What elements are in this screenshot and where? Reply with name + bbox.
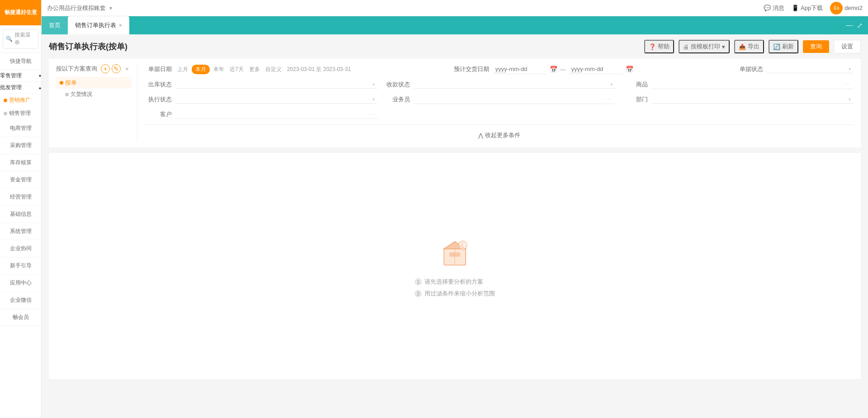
chevron-icon: ▾ bbox=[39, 73, 41, 78]
page-title: 销售订单执行表(按单) bbox=[49, 41, 127, 52]
plan-sub-item-shortage[interactable]: 欠货情况 bbox=[56, 89, 132, 100]
search-panel: 按以下方案查询 + ✎ « 按单 bbox=[49, 59, 861, 147]
wholesale-children: 营销推广 销售管理 bbox=[0, 94, 41, 120]
exec-status-label: 执行状态 bbox=[145, 95, 172, 104]
search-row-3: 执行状态 ▾ 业务员 ··· bbox=[145, 95, 854, 104]
expected-date-from[interactable] bbox=[493, 64, 547, 74]
sidebar-item-inventory[interactable]: 库存核算 bbox=[0, 154, 41, 171]
collect-status-arrow: ▾ bbox=[610, 82, 613, 87]
last-month-tab[interactable]: 上月 bbox=[175, 65, 190, 74]
svg-text:!: ! bbox=[462, 242, 463, 247]
customer-more-btn[interactable]: ··· bbox=[368, 111, 376, 117]
sidebar-item-ecommerce[interactable]: 电商管理 bbox=[0, 120, 41, 137]
out-status-label: 出库状态 bbox=[145, 81, 172, 89]
sidebar-item-wholesale[interactable]: 批发管理 ▴ bbox=[0, 82, 41, 94]
export-button[interactable]: 📤 导出 bbox=[734, 40, 764, 53]
add-plan-button[interactable]: + bbox=[101, 64, 110, 73]
settings-button[interactable]: 设置 bbox=[834, 40, 861, 53]
current-month-tab[interactable]: 本月 bbox=[192, 65, 210, 74]
help-button[interactable]: ❓ 帮助 bbox=[644, 40, 674, 53]
last-7days-tab[interactable]: 近7天 bbox=[228, 65, 245, 74]
logo-text: 畅捷通好生意 bbox=[5, 9, 37, 16]
dept-arrow: ▾ bbox=[849, 97, 851, 102]
download-icon: 📱 bbox=[792, 5, 799, 11]
sidebar-item-operation[interactable]: 经营管理 bbox=[0, 189, 41, 206]
help-icon: ❓ bbox=[649, 43, 656, 50]
page-content: 销售订单执行表(按单) ❓ 帮助 🖨 按模板打印 ▾ 📤 导出 🔄 刷新 bbox=[42, 34, 868, 418]
date-range-text: 2023-03-01 至 2023-03-31 bbox=[287, 66, 351, 73]
collect-status-label: 收款状态 bbox=[383, 81, 410, 89]
message-icon: 💬 bbox=[764, 5, 771, 11]
exec-status-field: 执行状态 ▾ bbox=[145, 95, 377, 104]
search-panel-body: 按以下方案查询 + ✎ « 按单 bbox=[56, 64, 854, 142]
search-menu-button[interactable]: 🔍 搜索菜单 bbox=[3, 29, 38, 49]
print-button[interactable]: 🖨 按模板打印 ▾ bbox=[679, 40, 730, 53]
out-status-arrow: ▾ bbox=[373, 82, 375, 87]
sidebar-search[interactable]: 🔍 搜索菜单 bbox=[0, 25, 41, 53]
sidebar-item-basic[interactable]: 基础信息 bbox=[0, 206, 41, 223]
current-year-tab[interactable]: 本年 bbox=[212, 65, 226, 74]
sub-plan-dot bbox=[65, 93, 69, 96]
expected-date-to[interactable] bbox=[569, 64, 623, 74]
custom-tab[interactable]: 自定义 bbox=[264, 65, 283, 74]
collapse-button[interactable]: ⋀ 收起更多条件 bbox=[145, 128, 854, 142]
topbar: 办公用品行业模拟账套 ▾ 💬 消息 📱 App下载 Ea demo2 bbox=[42, 0, 868, 16]
sidebar-item-newuser[interactable]: 新手引导 bbox=[0, 257, 41, 275]
refresh-button[interactable]: 🔄 刷新 bbox=[769, 40, 798, 53]
exec-status-arrow: ▾ bbox=[373, 97, 375, 102]
page-actions: ❓ 帮助 🖨 按模板打印 ▾ 📤 导出 🔄 刷新 查询 bbox=[644, 40, 861, 53]
tab-active[interactable]: 销售订单执行表 × bbox=[68, 16, 129, 34]
exec-status-select[interactable]: ▾ bbox=[175, 95, 377, 104]
collect-status-select[interactable]: ▾ bbox=[414, 81, 616, 89]
expand-icon[interactable]: ⤢ bbox=[857, 21, 863, 30]
tip-num-1: 1 bbox=[415, 278, 422, 285]
message-action[interactable]: 💬 消息 bbox=[764, 4, 784, 12]
status-select[interactable]: ▾ bbox=[767, 65, 854, 73]
cal-icon-from[interactable]: 📅 bbox=[550, 66, 557, 73]
collect-status-field: 收款状态 ▾ bbox=[383, 81, 616, 89]
sidebar-sub-item-sales[interactable]: 销售管理 bbox=[2, 107, 41, 120]
query-button[interactable]: 查询 bbox=[803, 40, 829, 53]
expected-date-label: 预计交货日期 bbox=[454, 65, 489, 73]
svg-rect-3 bbox=[449, 252, 460, 257]
dept-label: 部门 bbox=[621, 95, 648, 104]
app-logo: 畅捷通好生意 bbox=[0, 0, 41, 25]
sidebar-item-quick-nav[interactable]: 快捷导航 bbox=[0, 53, 41, 70]
cal-icon-to[interactable]: 📅 bbox=[626, 66, 633, 73]
app-download-action[interactable]: 📱 App下载 bbox=[792, 4, 823, 12]
empty-state: ! 1 请先选择要分析的方案 2 用过滤条件来缩小分析范围 bbox=[415, 234, 495, 298]
sidebar-section-wholesale: 批发管理 ▴ 营销推广 销售管理 bbox=[0, 82, 41, 120]
sidebar-item-system[interactable]: 系统管理 bbox=[0, 223, 41, 240]
edit-plan-button[interactable]: ✎ bbox=[112, 64, 121, 73]
sidebar-item-finance[interactable]: 资金管理 bbox=[0, 171, 41, 189]
sidebar-item-retail[interactable]: 零售管理 ▾ bbox=[0, 70, 41, 82]
sidebar-item-purchase[interactable]: 采购管理 bbox=[0, 137, 41, 154]
minimize-icon[interactable]: — bbox=[846, 21, 853, 29]
main-area: 办公用品行业模拟账套 ▾ 💬 消息 📱 App下载 Ea demo2 首页 bbox=[42, 0, 868, 418]
collapse-plan-button[interactable]: « bbox=[123, 64, 132, 73]
plan-item-by-order[interactable]: 按单 bbox=[56, 77, 132, 89]
dept-field: 部门 ▾ bbox=[621, 95, 854, 104]
more-tab[interactable]: 更多 bbox=[247, 65, 262, 74]
active-plan-dot bbox=[60, 81, 63, 85]
salesperson-field: 业务员 ··· bbox=[383, 95, 616, 104]
sidebar: 畅捷通好生意 🔍 搜索菜单 快捷导航 零售管理 ▾ 批发管理 ▴ 营销推广 bbox=[0, 0, 42, 418]
goods-more-btn[interactable]: ··· bbox=[844, 81, 851, 87]
out-status-field: 出库状态 ▾ bbox=[145, 81, 377, 89]
sidebar-item-wechat[interactable]: 企业微信 bbox=[0, 292, 41, 309]
sidebar-item-appcenter[interactable]: 应用中心 bbox=[0, 275, 41, 292]
sidebar-item-member[interactable]: 畅会员 bbox=[0, 309, 41, 326]
tab-close-icon[interactable]: × bbox=[119, 22, 122, 28]
date-separator: — bbox=[560, 66, 566, 73]
sidebar-item-enterprise[interactable]: 企业协同 bbox=[0, 240, 41, 257]
salesperson-label: 业务员 bbox=[383, 95, 410, 104]
tab-home[interactable]: 首页 bbox=[42, 16, 68, 34]
empty-tip-2: 2 用过滤条件来缩小分析范围 bbox=[415, 290, 495, 298]
user-profile[interactable]: Ea demo2 bbox=[830, 2, 863, 14]
sidebar-sub-item-marketing[interactable]: 营销推广 bbox=[2, 94, 41, 107]
dept-select[interactable]: ▾ bbox=[651, 95, 854, 104]
out-status-select[interactable]: ▾ bbox=[175, 81, 377, 89]
salesperson-more-btn[interactable]: ··· bbox=[605, 96, 613, 102]
search-plan-title: 按以下方案查询 bbox=[56, 65, 97, 73]
topbar-dropdown-icon[interactable]: ▾ bbox=[109, 5, 112, 11]
